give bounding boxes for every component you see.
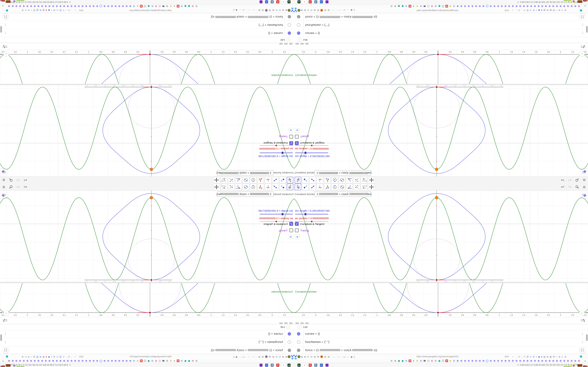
redo-arc-icon[interactable]: ↻: [307, 355, 309, 358]
wrench-icon[interactable]: ⚒: [269, 9, 271, 12]
tab-favicon-g-blue[interactable]: G: [195, 5, 198, 8]
scrollbar-thumb[interactable]: [586, 334, 588, 341]
tab-favicon-flower[interactable]: ✿: [497, 5, 500, 8]
tab-favicon-flower[interactable]: ✿: [122, 5, 124, 8]
gear-icon[interactable]: ⚙: [564, 9, 566, 12]
translate-icon[interactable]: Ⓐ: [59, 356, 62, 358]
collapse-icon[interactable]: −: [298, 38, 301, 42]
arc-position-slider[interactable]: [295, 221, 328, 222]
tab-favicon-flower[interactable]: ✿: [52, 359, 54, 362]
tab-favicon-g-blue[interactable]: G: [181, 5, 183, 8]
tool-button-pan[interactable]: [213, 177, 220, 183]
dot-icon[interactable]: ∘: [341, 9, 342, 11]
tab-favicon-flower[interactable]: ✿: [519, 359, 521, 362]
tab-favicon-flower[interactable]: ✿: [475, 5, 477, 8]
shield-blue-icon[interactable]: ◆: [48, 356, 50, 358]
recording-indicator-icon[interactable]: [6, 355, 8, 358]
tab-favicon-flower[interactable]: ✿: [122, 359, 124, 362]
visibility-toggle[interactable]: [288, 23, 291, 26]
dot-icon[interactable]: ∘: [251, 9, 252, 11]
taskbar-app-firefox-orange[interactable]: ●: [302, 0, 307, 4]
tab-favicon-flower[interactable]: ✿: [48, 359, 51, 362]
search-icon[interactable]: [575, 178, 579, 182]
tracing-checkbox[interactable]: [289, 228, 293, 232]
tab-favicon-g-blue[interactable]: G: [133, 359, 135, 362]
tool-button-reflect[interactable]: [228, 184, 234, 190]
arc-length-slider[interactable]: [260, 214, 293, 215]
door-icon[interactable]: ⊏: [562, 356, 563, 358]
taskbar-app-firefox-orange[interactable]: ●: [281, 363, 286, 367]
tool-button-circle[interactable]: [331, 184, 338, 190]
tab-favicon-g-blue[interactable]: G: [390, 5, 393, 8]
tab-favicon-flower[interactable]: ✿: [37, 359, 40, 362]
back-arrow-icon[interactable]: ←: [347, 9, 349, 12]
gear-icon[interactable]: ⚙: [564, 356, 566, 358]
reload-icon[interactable]: ↻: [518, 356, 520, 358]
arc-length-slider-knob[interactable]: [304, 213, 307, 216]
download-icon[interactable]: ↓: [66, 9, 67, 12]
tab-favicon-flower[interactable]: ✿: [526, 5, 529, 8]
tab-favicon-flower[interactable]: ✿: [81, 359, 84, 362]
tab-favicon-flower[interactable]: ✿: [578, 5, 580, 8]
tab-favicon-flower[interactable]: ✿: [37, 5, 40, 8]
redo-icon[interactable]: ↪: [17, 185, 20, 189]
globe-icon[interactable]: ⊕: [558, 356, 560, 358]
tool-button-angle[interactable]: α: [235, 177, 242, 183]
tab-favicon-teal-target[interactable]: ◉: [147, 359, 150, 362]
tool-button-line[interactable]: [272, 177, 279, 183]
pin-icon[interactable]: +: [556, 356, 557, 358]
tab-favicon-flower[interactable]: ✿: [41, 5, 43, 8]
redo-arc-icon[interactable]: ↻: [279, 9, 281, 12]
tab-favicon-teal-target[interactable]: ◉: [438, 5, 441, 8]
redo-arc-icon[interactable]: ↻: [276, 9, 278, 12]
tab-favicon-ya-red[interactable]: Я: [140, 359, 143, 362]
tab-favicon-flower[interactable]: ✿: [570, 359, 573, 362]
tab-favicon-flower[interactable]: ✿: [493, 359, 496, 362]
tab-overflow-chevron-icon[interactable]: ∧: [584, 360, 586, 362]
tab-favicon-flower[interactable]: ✿: [490, 5, 492, 8]
url-text[interactable]: https://www.geogebra.org/classic/aagcxh3…: [416, 9, 451, 12]
tab-favicon-blue-ring[interactable]: ◯: [486, 5, 488, 8]
taskbar-app-firefox-orange[interactable]: ●: [302, 363, 307, 367]
arc-position-slider[interactable]: [260, 145, 293, 146]
translate-icon[interactable]: Ⓐ: [526, 356, 529, 358]
box-icon[interactable]: ▢: [333, 9, 335, 11]
tool-button-polygon[interactable]: [324, 177, 331, 183]
graphics-view-1[interactable]: -0.4-0.200.20.40.60.811.21.4: [294, 191, 588, 282]
arrow-icon[interactable]: →: [71, 356, 73, 358]
tab-favicon-flower[interactable]: ✿: [118, 359, 121, 362]
algebra-row[interactable]: funcs = {1.000000000000 + cos(4.00000000…: [0, 346, 294, 354]
url-text[interactable]: https://www.geogebra.org/classic/aagcxh3…: [137, 9, 172, 12]
fullscreen-button[interactable]: [579, 347, 585, 353]
algebra-row[interactable]: funcNames = {" "} ⋮: [0, 338, 294, 346]
tool-button-angle[interactable]: α: [346, 184, 353, 190]
tab-favicon-flower[interactable]: ✿: [129, 359, 132, 362]
tab-favicon-g-yellow[interactable]: G: [416, 359, 419, 362]
tool-button-pan[interactable]: [368, 184, 375, 190]
star-icon[interactable]: ☆: [512, 356, 514, 358]
globe-icon[interactable]: ⊕: [272, 355, 274, 358]
box-icon[interactable]: ▢: [253, 356, 255, 358]
tool-button-reflect[interactable]: [354, 184, 360, 190]
dot-icon[interactable]: ∘: [336, 9, 337, 11]
tab-favicon-flower[interactable]: ✿: [19, 359, 21, 362]
tab-favicon-g-red[interactable]: G: [394, 359, 397, 362]
tab-favicon-flower[interactable]: ✿: [570, 5, 573, 8]
tab-favicon-flower[interactable]: ✿: [52, 5, 54, 8]
recording-indicator-icon[interactable]: [580, 9, 582, 12]
tab-favicon-flower[interactable]: ✿: [34, 359, 36, 362]
pencil-icon[interactable]: ✎: [523, 9, 525, 12]
taskbar-app-owl-purple[interactable]: ●: [259, 0, 264, 4]
tab-favicon-w-black[interactable]: W: [162, 5, 165, 8]
taskbar-app-firefox-orange[interactable]: ●: [281, 0, 286, 4]
bars-icon[interactable]: ▥: [43, 9, 45, 12]
tab-favicon-g-blue[interactable]: G: [133, 5, 135, 8]
redo-arc-icon[interactable]: ↻: [311, 355, 313, 358]
folder-icon[interactable]: ▭: [242, 9, 245, 12]
search-icon[interactable]: [9, 178, 13, 182]
tab-favicon-flower[interactable]: ✿: [59, 5, 62, 8]
tab-favicon-flower[interactable]: ✿: [471, 359, 474, 362]
scrollbar-thumb[interactable]: [586, 26, 588, 33]
tool-button-polygon[interactable]: [257, 184, 264, 190]
tab-favicon-flower[interactable]: ✿: [125, 5, 128, 8]
